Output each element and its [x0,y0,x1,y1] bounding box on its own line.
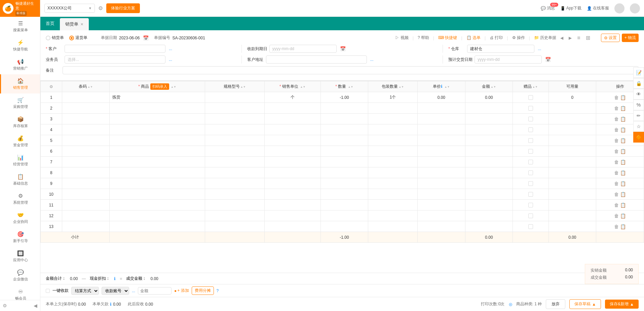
print-btn[interactable]: 🖨 打印 [490,35,503,41]
sidebar-item-guide[interactable]: 🎯 新手引导 [0,228,40,247]
message-button[interactable]: 💬 消息 99+ [541,5,555,11]
cell-gift-2[interactable] [513,114,548,124]
save-new-button[interactable]: 保存&新增 ▲ [605,300,639,309]
copy-row-icon-2[interactable]: 📋 [620,116,626,122]
cell-barcode-11[interactable] [62,210,110,221]
cell-gift-10[interactable] [513,200,548,210]
cell-quantity-6[interactable] [320,157,368,167]
barcode-sort[interactable]: ▲▼ [87,85,93,88]
cell-gift-5[interactable] [513,146,548,157]
cell-barcode-6[interactable] [62,157,110,167]
cell-quantity-9[interactable] [320,189,368,200]
cell-spec-12[interactable] [205,221,264,232]
sidebar-item-enterprise[interactable]: 🤝 企业协同 [0,208,40,228]
help-btn[interactable]: ? 帮助 [418,35,429,41]
col-settings-icon[interactable]: ⚙ [49,84,53,89]
delete-row-icon-7[interactable]: 🗑 [614,170,619,176]
cell-unit-price-5[interactable] [417,146,465,157]
right-tool-view[interactable]: 👁 [633,89,644,100]
sidebar-item-inventory[interactable]: 📦 库存核算 [0,113,40,132]
save-new-dropdown-icon[interactable]: ▲ [630,302,634,307]
discard-button[interactable]: 放弃 [546,299,565,309]
cell-quantity-0[interactable]: -1.00 [320,92,368,103]
delete-row-icon-8[interactable]: 🗑 [614,181,619,186]
cell-barcode-8[interactable] [62,178,110,189]
cell-spec-6[interactable] [205,157,264,167]
delete-row-icon-9[interactable]: 🗑 [614,192,619,197]
delete-row-icon-6[interactable]: 🗑 [614,159,619,165]
due-date-input[interactable] [269,45,337,53]
trial-button[interactable]: 体验行业方案 [106,3,140,13]
user-avatar-2[interactable] [630,3,640,13]
operations-btn[interactable]: ⚙ 操作 [512,35,525,41]
cell-quantity-11[interactable] [320,210,368,221]
cell-unit-price-6[interactable] [417,157,465,167]
cell-gift-12[interactable] [513,221,548,232]
right-tool-discount[interactable]: % [633,100,644,110]
shortcuts-btn[interactable]: ⌨ 快捷键 [438,35,457,41]
copy-row-icon-8[interactable]: 📋 [620,181,626,186]
product-sort[interactable]: ▲▼ [171,85,176,88]
video-btn[interactable]: ▷ 视频 [395,35,408,41]
cell-quantity-8[interactable] [320,178,368,189]
cell-barcode-3[interactable] [62,124,110,135]
cell-quantity-10[interactable] [320,200,368,210]
cell-quantity-4[interactable] [320,135,368,146]
right-tool-orange[interactable]: 🔶 [633,132,644,143]
cell-unit-price-8[interactable] [417,178,465,189]
cell-unit-price-7[interactable] [417,167,465,178]
delete-row-icon-3[interactable]: 🗑 [614,127,619,132]
tab-close-icon[interactable]: ✕ [80,22,83,27]
cell-spec-5[interactable] [205,146,264,157]
salesman-input[interactable] [65,55,165,64]
sidebar-item-finance[interactable]: 💰 资金管理 [0,132,40,151]
sidebar-item-app-center[interactable]: 🔲 应用中心 [0,247,40,266]
scan-button[interactable]: 扫码录入 [150,83,169,90]
nav-next[interactable]: ▶ [569,36,572,40]
cell-unit-price-11[interactable] [417,210,465,221]
salesman-dots[interactable]: ... [169,57,172,62]
address-dots[interactable]: ... [370,57,374,62]
discount-info-icon[interactable]: ℹ [114,276,116,281]
customer-dots[interactable]: ... [169,46,172,51]
copy-row-icon-12[interactable]: 📋 [620,224,626,229]
cell-quantity-12[interactable] [320,221,368,232]
delete-row-icon-11[interactable]: 🗑 [614,213,619,219]
save-draft-dropdown-icon[interactable]: ▲ [592,302,596,307]
cell-gift-0[interactable] [513,92,548,103]
right-tool-edit[interactable]: ✏ [633,110,644,121]
cell-unit-price-10[interactable] [417,200,465,210]
cell-spec-10[interactable] [205,200,264,210]
nav-prev[interactable]: ◀ [560,36,563,40]
cell-quantity-2[interactable] [320,114,368,124]
expense-button[interactable]: 费用分摊 [192,286,214,295]
sidebar-collapse-btn[interactable]: ◀ [34,303,37,308]
account-dots[interactable]: ... [132,288,135,293]
total-owed-info[interactable]: ℹ [110,302,112,307]
amount-sort[interactable]: ▲▼ [491,85,496,88]
cell-spec-1[interactable] [205,103,264,114]
amount-input[interactable] [138,287,172,295]
history-btn[interactable]: 📁 历史单据 [534,35,556,41]
right-tool-note[interactable]: 📝 [633,67,644,78]
cell-unit-price-9[interactable] [417,189,465,200]
copy-row-icon-1[interactable]: 📋 [620,106,626,111]
cell-unit-price-4[interactable] [417,135,465,146]
spec-sort[interactable]: ▲▼ [240,85,246,88]
price-info-icon[interactable]: ℹ [441,84,443,89]
cell-spec-4[interactable] [205,135,264,146]
due-date-calendar-icon[interactable]: 📅 [340,46,346,51]
right-tool-lock[interactable]: 🔒 [633,78,644,89]
copy-row-icon-5[interactable]: 📋 [620,149,626,154]
delete-row-icon-12[interactable]: 🗑 [614,224,619,229]
settings-button[interactable]: ⚙ 设置 [601,34,620,42]
list-view-icon[interactable]: ≡ [577,35,580,41]
quantity-sort[interactable]: ▲▼ [348,85,353,88]
cell-gift-11[interactable] [513,210,548,221]
cell-quantity-7[interactable] [320,167,368,178]
cell-spec-2[interactable] [205,114,264,124]
one-click-checkbox[interactable] [46,289,50,293]
cell-spec-3[interactable] [205,124,264,135]
cell-unit-price-2[interactable] [417,114,465,124]
copy-row-icon-4[interactable]: 📋 [620,138,626,143]
